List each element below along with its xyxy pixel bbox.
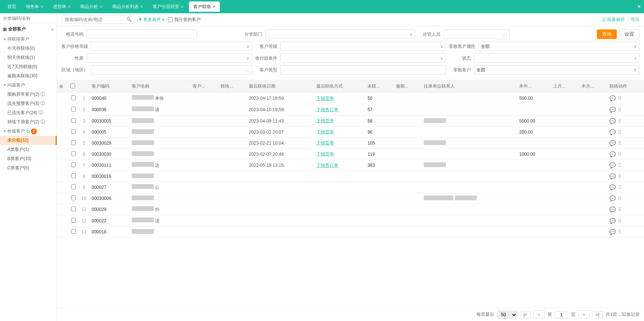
refresh-icon[interactable]: ↻ bbox=[26, 128, 30, 134]
price-level-select[interactable]: ∨ bbox=[91, 42, 252, 51]
sidebar-collapse-btn[interactable]: « bbox=[51, 27, 54, 32]
row-select-checkbox[interactable] bbox=[71, 118, 76, 123]
row-last-contact-method[interactable]: 下销货单 bbox=[314, 127, 366, 138]
customer-type-select[interactable] bbox=[280, 65, 446, 75]
row-checkbox[interactable] bbox=[68, 93, 78, 104]
row-settings[interactable] bbox=[57, 149, 68, 160]
col-code[interactable]: 客户编码 bbox=[89, 80, 130, 93]
tab-product-list-close[interactable]: × bbox=[140, 4, 143, 9]
row-settings[interactable] bbox=[57, 116, 68, 127]
sidebar-item-class-c[interactable]: C类客户(6) bbox=[0, 163, 57, 173]
tab-purchase-close[interactable]: × bbox=[68, 4, 71, 9]
sidebar-item-declining[interactable]: 持续下滑客户(2) ⓘ bbox=[0, 117, 57, 127]
col-last-month[interactable]: 上月... bbox=[551, 80, 579, 93]
row-checkbox[interactable] bbox=[68, 160, 78, 171]
row-last-contact-method[interactable]: 下销货单 bbox=[314, 116, 366, 127]
tab-customer-contact[interactable]: 客户联络 × bbox=[189, 1, 220, 12]
row-select-checkbox[interactable] bbox=[71, 229, 76, 234]
more-icon[interactable]: ⠿ bbox=[618, 173, 622, 179]
more-icon[interactable]: ⠿ bbox=[618, 207, 622, 212]
message-icon[interactable]: 💬 bbox=[609, 207, 616, 212]
search-btn[interactable]: 查询 bbox=[597, 29, 617, 39]
col-last-contact-method[interactable]: 最后联络方式 bbox=[314, 80, 366, 93]
sidebar-item-today-pending[interactable]: 今天待联络(0) bbox=[0, 44, 57, 53]
more-icon[interactable]: ⠿ bbox=[618, 218, 622, 224]
row-checkbox[interactable] bbox=[68, 193, 78, 204]
row-last-contact-method[interactable] bbox=[314, 193, 366, 204]
sidebar-item-abnormal[interactable]: 囤购异常客户(2) ⓘ bbox=[0, 90, 57, 99]
row-select-checkbox[interactable] bbox=[71, 184, 76, 189]
message-icon[interactable]: 💬 bbox=[609, 151, 616, 157]
tab-product-list[interactable]: 商品分析列表 × bbox=[108, 1, 148, 12]
col-year-amount[interactable]: 本年... bbox=[517, 80, 551, 93]
tab-product-analysis-close[interactable]: × bbox=[99, 4, 102, 9]
first-page-btn[interactable]: |< bbox=[520, 311, 531, 318]
row-last-contact-method[interactable]: 下销货单 bbox=[314, 149, 366, 160]
tab-home[interactable]: 首页 bbox=[3, 1, 21, 12]
sidebar-item-unclassified[interactable]: 未分组(32) bbox=[0, 136, 57, 145]
message-icon[interactable]: 💬 bbox=[609, 95, 616, 101]
row-checkbox[interactable] bbox=[68, 204, 78, 215]
more-icon[interactable]: ⠿ bbox=[618, 95, 622, 101]
tab-customer-contact-close[interactable]: × bbox=[212, 4, 215, 9]
col-overdue[interactable]: 逾期... bbox=[394, 80, 422, 93]
sidebar-item-class-a[interactable]: A类客户(1) bbox=[0, 145, 57, 154]
tab-product-analysis[interactable]: 商品分析 × bbox=[76, 1, 107, 12]
row-last-contact-method[interactable]: 下销售订单 bbox=[314, 160, 366, 171]
tab-sales[interactable]: 销售单 × bbox=[21, 1, 48, 12]
sidebar-all-customers[interactable]: ⊞ 全部客户 « bbox=[0, 24, 57, 35]
retail-attr-select[interactable]: 全部 ∨ bbox=[478, 42, 640, 51]
select-all-checkbox[interactable] bbox=[70, 84, 75, 88]
my-customers-input[interactable] bbox=[168, 17, 173, 22]
batch-op-btn[interactable]: ☑ 批量操作 bbox=[602, 17, 625, 23]
row-select-checkbox[interactable] bbox=[71, 195, 76, 200]
customer-level-select[interactable]: ∨ bbox=[280, 42, 446, 51]
page-number-input[interactable] bbox=[555, 311, 568, 318]
message-icon[interactable]: 💬 bbox=[609, 162, 616, 168]
status-select[interactable]: ∨ bbox=[474, 53, 640, 63]
my-customers-checkbox[interactable]: 我分管的客户 bbox=[168, 17, 201, 23]
row-settings[interactable] bbox=[57, 138, 68, 149]
sidebar-item-churn-warning[interactable]: 流失预警客户(3) ⓘ bbox=[0, 99, 57, 108]
more-icon[interactable]: ⠿ bbox=[618, 162, 622, 168]
row-settings[interactable] bbox=[57, 127, 68, 138]
search-icon[interactable]: 🔍 bbox=[126, 17, 132, 22]
row-select-checkbox[interactable] bbox=[71, 207, 76, 211]
tab-customer-segment-close[interactable]: × bbox=[181, 4, 184, 9]
nature-select[interactable]: ∨ bbox=[87, 53, 252, 63]
sidebar-item-class-b[interactable]: B类客户(33) bbox=[0, 154, 57, 163]
row-select-checkbox[interactable] bbox=[71, 218, 76, 223]
more-icon[interactable]: ⠿ bbox=[618, 184, 622, 190]
row-last-contact-method[interactable] bbox=[314, 182, 366, 193]
row-settings[interactable] bbox=[57, 215, 68, 227]
row-select-checkbox[interactable] bbox=[71, 173, 76, 178]
row-checkbox[interactable] bbox=[68, 171, 78, 182]
sidebar-value-section[interactable]: ▼ 价值客户 ↻ 8 bbox=[0, 127, 57, 136]
row-settings[interactable] bbox=[57, 193, 68, 204]
message-icon[interactable]: 💬 bbox=[609, 118, 616, 124]
sidebar-item-week-pending[interactable]: 近7天待联络(0) bbox=[0, 62, 57, 71]
message-icon[interactable]: 💬 bbox=[609, 129, 616, 135]
message-icon[interactable]: 💬 bbox=[609, 195, 616, 201]
row-last-contact-method[interactable] bbox=[314, 227, 366, 237]
row-last-contact-method[interactable]: 下销售订单 bbox=[314, 104, 366, 116]
row-select-checkbox[interactable] bbox=[71, 151, 76, 156]
row-select-checkbox[interactable] bbox=[71, 95, 76, 100]
row-last-contact-method[interactable]: 下销货单 bbox=[314, 93, 366, 104]
retail-customer-select[interactable]: 全部 ∨ bbox=[474, 65, 640, 75]
sidebar-pending-section[interactable]: ▼ 待联络客户 bbox=[0, 35, 57, 44]
manager-select[interactable]: … bbox=[443, 29, 510, 39]
message-icon[interactable]: 💬 bbox=[609, 107, 616, 113]
next-page-btn[interactable]: ＞ bbox=[578, 310, 590, 319]
row-settings[interactable] bbox=[57, 93, 68, 104]
row-settings[interactable] bbox=[57, 104, 68, 116]
col-last-contact-date[interactable]: 最后联络日期 bbox=[247, 80, 314, 93]
row-last-contact-method[interactable] bbox=[314, 171, 366, 182]
more-icon[interactable]: ⠿ bbox=[618, 118, 622, 124]
row-last-contact-method[interactable] bbox=[314, 215, 366, 227]
export-btn[interactable]: ↑ 导出 bbox=[628, 17, 640, 23]
row-checkbox[interactable] bbox=[68, 104, 78, 116]
row-checkbox[interactable] bbox=[68, 182, 78, 193]
search-input[interactable] bbox=[65, 17, 125, 22]
payment-select[interactable]: ∨ bbox=[280, 53, 446, 63]
